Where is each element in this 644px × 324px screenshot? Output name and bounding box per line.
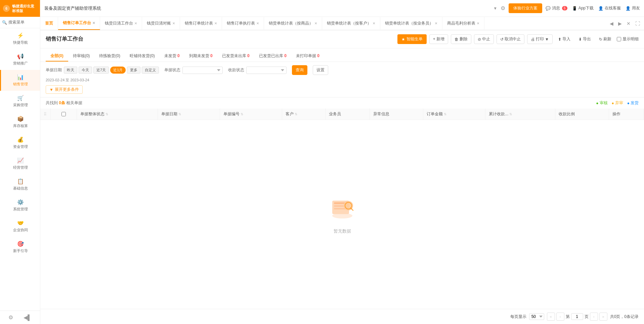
sidebar-item-system[interactable]: ⚙️ 系统管理 xyxy=(0,195,40,216)
sidebar-item-marketing[interactable]: 📢 营销推广 xyxy=(0,49,40,70)
online-service-button[interactable]: 👤 在线客服 xyxy=(598,5,621,11)
th-status-sort[interactable]: ⇅ xyxy=(105,112,108,116)
subtab-shipped-out[interactable]: 已发货已出库 0 xyxy=(254,51,291,62)
th-collected-sort[interactable]: ⇅ xyxy=(509,112,512,116)
subtab-all[interactable]: 全部(0) xyxy=(46,51,68,62)
tab-sales-exec-close[interactable]: ✕ xyxy=(256,22,259,25)
app-download-button[interactable]: 📱 App下载 xyxy=(572,5,594,11)
industry-solution-button[interactable]: 体验行业方案 xyxy=(509,3,542,13)
date-btn-custom[interactable]: 自定义 xyxy=(142,67,159,74)
collapse-icon[interactable]: ◀▌ xyxy=(24,314,31,321)
horizontal-scroll-inner xyxy=(40,305,511,305)
refresh-button[interactable]: ↻ 刷新 xyxy=(596,35,614,44)
system-dropdown-icon[interactable]: ▼ xyxy=(493,6,497,11)
th-number-sort[interactable]: ⇅ xyxy=(241,112,243,116)
tab-close-all-button[interactable]: ✕ xyxy=(625,20,632,27)
export-button[interactable]: ⬇ 导出 xyxy=(576,35,594,44)
tab-goods-stats-staff-close[interactable]: ✕ xyxy=(435,22,437,25)
horizontal-scrollbar[interactable] xyxy=(40,305,644,309)
date-btn-1month[interactable]: 近1月 xyxy=(110,67,126,74)
settings-button[interactable]: 设置 xyxy=(313,65,328,75)
print-button[interactable]: 🖨 打印 ▼ xyxy=(527,34,553,44)
subtab-pending-check[interactable]: 待拣验货(0) xyxy=(94,51,125,62)
tab-goods-stats-staff[interactable]: 销货单统计表（按业务员） ✕ xyxy=(380,17,442,30)
subtab-overdue[interactable]: 到期未发货 0 xyxy=(184,51,217,62)
payment-select[interactable] xyxy=(246,67,287,74)
tab-home[interactable]: 首页 xyxy=(40,17,58,30)
prev-page-button[interactable]: ‹ xyxy=(556,313,564,321)
last-page-button[interactable]: » xyxy=(599,313,607,321)
topbar-settings-icon[interactable]: ⚙ xyxy=(501,5,505,11)
show-detail-input[interactable] xyxy=(617,37,621,41)
date-btn-yesterday[interactable]: 昨天 xyxy=(64,67,77,74)
subtab-pending-audit[interactable]: 待审核(0) xyxy=(68,51,95,62)
date-buttons: 昨天 今天 近7天 近1月 更多 自定义 xyxy=(64,67,159,74)
tab-prev-button[interactable]: ◀ xyxy=(608,20,615,27)
date-btn-today[interactable]: 今天 xyxy=(79,67,92,74)
th-amount-sort[interactable]: ⇅ xyxy=(444,112,446,116)
cancel-stop-button[interactable]: ↺ 取消中止 xyxy=(497,34,524,44)
tab-fullscreen-button[interactable]: ⛶ xyxy=(634,20,641,27)
sidebar-item-basic-info[interactable]: 📋 基础信息 xyxy=(0,174,40,195)
show-detail-checkbox[interactable]: 显示明细 xyxy=(617,36,639,42)
tab-goods-stats-product[interactable]: 销货单统计表（按商品） ✕ xyxy=(264,17,322,30)
add-button[interactable]: + 新增 xyxy=(429,34,448,44)
message-label: 消息 xyxy=(552,5,560,11)
sidebar-item-operations[interactable]: 📈 经营管理 xyxy=(0,153,40,174)
subtab-not-printed[interactable]: 未打印单据 0 xyxy=(291,51,324,62)
tab-margin-analysis[interactable]: 商品毛利分析表 ✕ xyxy=(442,17,484,30)
tab-sales-workbench-close[interactable]: ✕ xyxy=(92,21,95,25)
tab-next-button[interactable]: ▶ xyxy=(617,20,623,27)
sidebar-item-quick-nav[interactable]: ⚡ 快捷导航 xyxy=(0,28,40,49)
subtab-not-shipped[interactable]: 未发货 0 xyxy=(160,51,184,62)
next-page-button[interactable]: › xyxy=(590,313,598,321)
tab-goods-stats-product-close[interactable]: ✕ xyxy=(314,22,317,25)
tab-sales-stats-close[interactable]: ✕ xyxy=(214,22,217,25)
batch-unapprove-button[interactable]: ● 弃审 xyxy=(612,100,623,106)
tab-sales-exec[interactable]: 销售订单执行表 ✕ xyxy=(222,17,264,30)
print-dropdown-icon: ▼ xyxy=(545,37,549,42)
message-button[interactable]: 💬 消息 6 xyxy=(546,5,567,11)
per-page-select[interactable]: 50 10 20 100 xyxy=(529,313,544,320)
stats-suffix: 相关单据 xyxy=(66,100,82,105)
date-btn-7days[interactable]: 近7天 xyxy=(93,67,109,74)
status-select[interactable] xyxy=(182,67,223,74)
first-page-button[interactable]: « xyxy=(547,313,555,321)
tab-goods-stats-customer[interactable]: 销货单统计表（按客户） ✕ xyxy=(322,17,380,30)
tab-home-label: 首页 xyxy=(45,21,53,26)
date-btn-more[interactable]: 更多 xyxy=(127,67,140,74)
tab-cash-daily[interactable]: 钱货日清工作台 ✕ xyxy=(100,17,142,30)
sidebar-item-guide[interactable]: 🎯 新手引导 xyxy=(0,237,40,257)
tab-cash-daily-label: 钱货日清工作台 xyxy=(105,21,133,26)
settings-bottom-icon[interactable]: ⚙ xyxy=(8,314,13,321)
sidebar-item-sales[interactable]: 📊 销售管理 xyxy=(0,70,40,91)
th-customer-sort[interactable]: ⇅ xyxy=(295,112,297,116)
sidebar-item-inventory[interactable]: 📦 库存核算 xyxy=(0,112,40,132)
stop-button[interactable]: ⊘ 中止 xyxy=(474,34,494,44)
page-number-input[interactable] xyxy=(571,313,583,320)
th-date-sort[interactable]: ⇅ xyxy=(178,112,181,116)
tab-margin-analysis-close[interactable]: ✕ xyxy=(477,22,479,25)
tab-cash-account[interactable]: 钱货日清对账 ✕ xyxy=(142,17,180,30)
subtab-wangpu[interactable]: 旺铺待发货(0) xyxy=(125,51,160,62)
tab-goods-stats-customer-close[interactable]: ✕ xyxy=(373,22,375,25)
expand-conditions-button[interactable]: ▼ 展开更多条件 xyxy=(46,85,83,94)
import-button[interactable]: ⬆ 导入 xyxy=(555,35,573,44)
sidebar-item-enterprise[interactable]: 🤝 企业协同 xyxy=(0,216,40,237)
sidebar-item-finance[interactable]: 💰 资金管理 xyxy=(0,132,40,153)
tab-cash-account-close[interactable]: ✕ xyxy=(172,22,175,25)
batch-ship-button[interactable]: ● 发货 xyxy=(627,100,639,106)
sidebar-item-search[interactable]: 🔍 搜索菜单 xyxy=(0,17,40,28)
unapprove-label: 弃审 xyxy=(615,100,623,106)
user-menu-button[interactable]: 👤 用友 xyxy=(626,5,640,11)
query-button[interactable]: 查询 xyxy=(292,65,307,75)
sidebar-item-purchase[interactable]: 🛒 采购管理 xyxy=(0,91,40,112)
batch-audit-button[interactable]: ● 审核 xyxy=(596,100,607,106)
tab-sales-stats[interactable]: 销售订单统计表 ✕ xyxy=(180,17,222,30)
select-all-checkbox[interactable] xyxy=(61,112,66,116)
delete-button[interactable]: 🗑 删除 xyxy=(451,34,471,44)
tab-cash-daily-close[interactable]: ✕ xyxy=(134,22,137,25)
tab-sales-workbench[interactable]: 销售订单工作台 ✕ xyxy=(58,17,100,30)
smart-generate-button[interactable]: ★ 智能生单 xyxy=(397,34,427,44)
subtab-shipped-not-out[interactable]: 已发货未出库 0 xyxy=(217,51,254,62)
